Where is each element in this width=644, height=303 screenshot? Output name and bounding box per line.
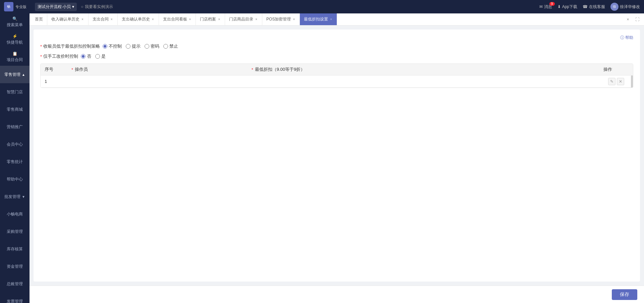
radio-forbid-input[interactable] <box>163 44 168 49</box>
sidebar-item-smart-store[interactable]: 智慧门店 <box>0 83 30 101</box>
message-button[interactable]: ✉ 消息 9 <box>539 4 552 10</box>
th-action: 操作 <box>599 64 633 75</box>
radio-password[interactable]: 密码 <box>145 43 159 49</box>
tab-min-discount[interactable]: 最低折扣设置 × <box>300 13 337 26</box>
table-row: 1 ✎ ✕ <box>41 75 633 88</box>
chevron-down-icon-wholesale: ▼ <box>22 195 25 199</box>
logo-area: 畅 专业版 <box>4 2 31 11</box>
radio-no-control[interactable]: 不控制 <box>103 43 122 49</box>
radio-manual-no-label: 否 <box>87 53 91 59</box>
sidebar-item-shortcut[interactable]: ⚡ 快捷导航 <box>0 31 30 48</box>
radio-manual-yes[interactable]: 是 <box>95 53 106 59</box>
tab-payment-confirm-history[interactable]: 支出确认单历史 × <box>118 13 159 26</box>
control-strategy-row: * 收银员低于最低折扣控制策略 不控制 提示 <box>40 43 633 49</box>
radio-remind[interactable]: 提示 <box>126 43 141 49</box>
sidebar-label-finance: 资金管理 <box>7 264 23 269</box>
tab-payment-contract[interactable]: 支出合同 × <box>89 13 118 26</box>
sidebar-label-retail: 零售管理 <box>4 72 20 78</box>
radio-remind-label: 提示 <box>132 43 141 49</box>
main-layout: 🔍 搜索菜单 ⚡ 快捷导航 📋 项目合同 零售管理 ▲ 智慧门店 零售商城 营销… <box>0 13 644 303</box>
sidebar-item-invoice[interactable]: 发票管理 <box>0 293 30 303</box>
message-badge: 9 <box>549 2 555 6</box>
save-button[interactable]: 保存 <box>612 289 637 300</box>
sidebar-label-inventory: 库存核算 <box>7 246 23 252</box>
help-link[interactable]: ⓘ 帮助 <box>620 35 633 41</box>
footer-bar: 保存 <box>30 286 644 303</box>
tab-close-store-products[interactable]: × <box>255 17 258 21</box>
tab-close-min-discount[interactable]: × <box>329 17 333 21</box>
required-star-discount: * <box>252 67 253 72</box>
download-icon: ⬇ <box>557 4 561 9</box>
sidebar: 🔍 搜索菜单 ⚡ 快捷导航 📋 项目合同 零售管理 ▲ 智慧门店 零售商城 营销… <box>0 13 30 303</box>
radio-forbid-label: 禁止 <box>169 43 178 49</box>
required-star-2: * <box>40 54 42 59</box>
tab-income-history[interactable]: 收入确认单历史 × <box>47 13 89 26</box>
edit-row-button[interactable]: ✎ <box>608 78 615 85</box>
tab-store-file[interactable]: 门店档案 × <box>196 13 225 26</box>
tab-close-store-file[interactable]: × <box>217 17 221 21</box>
radio-remind-input[interactable] <box>126 44 130 49</box>
demo-link[interactable]: ○ 我要看实例演示 <box>81 4 113 10</box>
radio-password-label: 密码 <box>151 43 159 49</box>
sidebar-label-smart-store: 智慧门店 <box>7 89 23 95</box>
manual-control-row: * 仅手工改价时控制 否 是 <box>40 53 633 59</box>
sidebar-label-ecommerce: 小畅电商 <box>7 211 23 217</box>
user-profile-button[interactable]: 徐 徐泽华修改 <box>610 3 640 11</box>
tab-home[interactable]: 首页 <box>31 13 47 26</box>
sidebar-item-member[interactable]: 会员中心 <box>0 136 30 153</box>
expand-tab-button[interactable]: ⛶ <box>633 15 641 23</box>
sidebar-item-purchase[interactable]: 采购管理 <box>0 223 30 240</box>
sidebar-item-project[interactable]: 📋 项目合同 <box>0 48 30 66</box>
sidebar-label-wholesale: 批发管理 <box>4 194 20 200</box>
project-selector[interactable]: 测试分开流程·小贝 ▾ <box>35 3 77 11</box>
sidebar-item-ledger[interactable]: 总账管理 <box>0 275 30 293</box>
sidebar-item-inventory[interactable]: 库存核算 <box>0 240 30 258</box>
chevron-down-icon: ▾ <box>72 4 74 9</box>
tab-store-products[interactable]: 门店商品目录 × <box>225 13 262 26</box>
sidebar-item-retail-stats[interactable]: 零售统计 <box>0 153 30 170</box>
help-circle-icon: ⓘ <box>620 35 624 41</box>
sidebar-item-ecommerce[interactable]: 小畅电商 <box>0 205 30 223</box>
th-discount: * 最低折扣（9.00等于9折） <box>248 64 599 75</box>
sidebar-item-finance[interactable]: 资金管理 <box>0 258 30 275</box>
sidebar-item-marketing[interactable]: 营销推广 <box>0 118 30 136</box>
app-download-button[interactable]: ⬇ App下载 <box>557 4 577 10</box>
tab-close-income-history[interactable]: × <box>81 17 84 21</box>
radio-manual-no[interactable]: 否 <box>81 53 91 59</box>
tab-close-payment-contract[interactable]: × <box>110 17 113 21</box>
radio-manual-yes-input[interactable] <box>95 54 100 59</box>
close-tab-button[interactable]: × <box>624 15 632 23</box>
sidebar-item-wholesale[interactable]: 批发管理 ▼ <box>0 188 30 205</box>
td-action-1: ✎ ✕ <box>599 76 633 87</box>
radio-no-control-input[interactable] <box>103 44 107 49</box>
tab-label-income-history: 收入确认单历史 <box>51 16 79 22</box>
radio-manual-no-input[interactable] <box>81 54 86 59</box>
sidebar-label-marketing: 营销推广 <box>7 124 23 130</box>
manual-control-radio-group: 否 是 <box>81 53 106 59</box>
message-icon: ✉ <box>539 4 543 9</box>
manual-control-label: * 仅手工改价时控制 <box>40 53 78 59</box>
tab-label-min-discount: 最低折扣设置 <box>304 16 328 22</box>
row-scrollbar[interactable] <box>631 75 633 88</box>
delete-row-button[interactable]: ✕ <box>617 78 624 85</box>
sidebar-item-retail[interactable]: 零售管理 ▲ <box>0 66 30 83</box>
control-strategy-label: * 收银员低于最低折扣控制策略 <box>40 43 100 49</box>
td-seq-1: 1 <box>41 77 67 86</box>
radio-forbid[interactable]: 禁止 <box>163 43 178 49</box>
sidebar-item-retail-mall[interactable]: 零售商城 <box>0 101 30 118</box>
tab-bar: 首页 收入确认单历史 × 支出合同 × 支出确认单历史 × 支出合同看板 × 门… <box>30 13 644 26</box>
tab-pos-password[interactable]: POS加密管理 × <box>262 13 300 26</box>
tab-payment-board[interactable]: 支出合同看板 × <box>159 13 196 26</box>
service-icon: ☎ <box>583 4 588 9</box>
sidebar-label-shortcut: 快捷导航 <box>7 40 23 45</box>
online-service-button[interactable]: ☎ 在线客服 <box>583 4 605 10</box>
sidebar-item-search[interactable]: 🔍 搜索菜单 <box>0 13 30 31</box>
th-seq: 序号 <box>41 64 67 75</box>
tab-close-payment-confirm-history[interactable]: × <box>151 17 155 21</box>
radio-password-input[interactable] <box>145 44 149 49</box>
tab-close-payment-board[interactable]: × <box>189 17 192 21</box>
tab-close-pos-password[interactable]: × <box>292 17 296 21</box>
sidebar-item-help[interactable]: 帮助中心 <box>0 170 30 188</box>
circle-icon: ○ <box>81 4 83 9</box>
control-strategy-radio-group: 不控制 提示 密码 禁止 <box>103 43 178 49</box>
